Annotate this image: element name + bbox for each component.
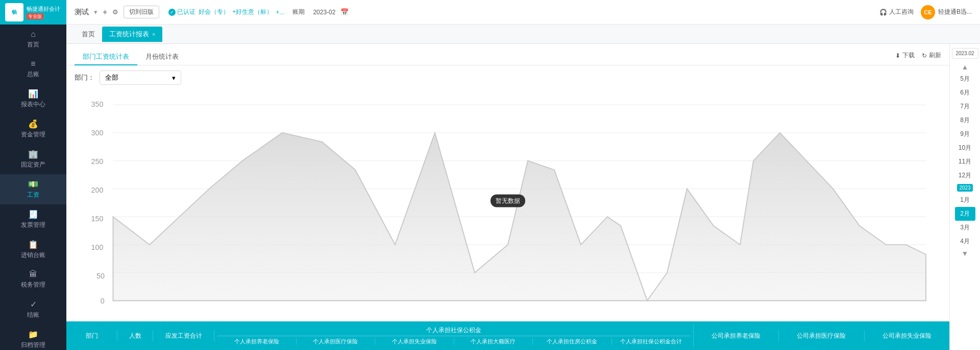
sub-tabs: 部门工资统计表 月份统计表 ⬇ 下载 ↻ 刷新: [66, 44, 949, 65]
sidebar-item-checkout[interactable]: ✓ 结账: [0, 294, 66, 324]
th-total-salary: 应发工资合计: [153, 330, 214, 342]
header-settings-button[interactable]: ⚙: [112, 8, 118, 16]
sub-tab-department-label: 部门工资统计表: [83, 53, 129, 60]
th-company-unemployment: 公司承担失业保险: [865, 330, 949, 342]
header-dropdown-arrow[interactable]: ▾: [94, 8, 97, 16]
calendar-icon[interactable]: 📅: [340, 8, 349, 16]
sidebar-item-funds[interactable]: 💰 资金管理: [0, 114, 66, 144]
th-personal-unemployment: 个人承担失业保险: [375, 338, 454, 345]
sidebar-item-invoice[interactable]: 🧾 发票管理: [0, 204, 66, 235]
headset-icon: 🎧: [879, 9, 887, 16]
tab-home[interactable]: 首页: [75, 27, 102, 42]
status-good-accounting: 好会（专）: [199, 8, 229, 16]
sub-tab-monthly[interactable]: 月份统计表: [137, 49, 187, 65]
sidebar-item-ledger-label: 总账: [27, 70, 39, 79]
sidebar-nav: ⌂ 首页 ≡ 总账 📊 报表中心 💰 资金管理 🏢 固定资产 💵 工资 🧾 发票…: [0, 25, 66, 350]
sidebar-item-reports[interactable]: 📊 报表中心: [0, 84, 66, 114]
th-company-pension: 公司承担养老保险: [694, 330, 779, 342]
sub-tab-monthly-label: 月份统计表: [145, 53, 179, 60]
th-count: 人数: [117, 330, 153, 342]
sidebar-item-invoice-label: 发票管理: [21, 221, 45, 229]
th-personal-medical: 个人承担医疗保险: [297, 338, 376, 345]
year-display: 2023.02: [955, 51, 974, 56]
month-item-11[interactable]: 11月: [950, 155, 980, 169]
switch-old-version-button[interactable]: 切到旧版: [124, 6, 159, 18]
chart-area-path: [113, 133, 926, 301]
tab-salary-report[interactable]: 工资统计报表 ×: [102, 27, 162, 42]
sidebar-item-reports-label: 报表中心: [21, 100, 45, 109]
month-item-10[interactable]: 10月: [950, 141, 980, 155]
sidebar-item-checkout-label: 结账: [27, 311, 39, 319]
table-header: 部门 人数 应发工资合计 个人承担社保公积金 个人承担养老保险: [66, 321, 949, 350]
sidebar-item-ledger[interactable]: ≡ 总账: [0, 54, 66, 84]
year-2023-section[interactable]: 2023: [957, 182, 972, 193]
sidebar-item-salary[interactable]: 💵 工资: [0, 174, 66, 204]
content-area: 部门工资统计表 月份统计表 ⬇ 下载 ↻ 刷新: [66, 44, 980, 350]
status-more: +...: [276, 9, 284, 16]
month-item-6[interactable]: 6月: [950, 86, 980, 100]
month-item-3[interactable]: 3月: [950, 221, 980, 235]
top-header: 测试 ▾ + ⚙ 切到旧版 ✓ 已认证 好会（专） +好生意（标） +... 账…: [66, 0, 980, 25]
month-item-2-active[interactable]: 2月: [955, 207, 975, 221]
download-button[interactable]: ⬇ 下载: [895, 51, 915, 60]
right-panel: 2023.02 ▲ 5月 6月 7月 8月 9月 10月 11月 12月 202…: [949, 44, 980, 350]
refresh-label: 刷新: [929, 51, 941, 60]
tab-close-button[interactable]: ×: [152, 31, 155, 37]
tab-home-label: 首页: [82, 30, 95, 38]
department-select[interactable]: 全部 ▾: [100, 71, 181, 85]
th-group-header-personal: 个人承担社保公积金: [217, 326, 690, 337]
next-year-button[interactable]: ▼: [950, 248, 980, 259]
y-label-50: 50: [96, 272, 105, 280]
main-area: 测试 ▾ + ⚙ 切到旧版 ✓ 已认证 好会（专） +好生意（标） +... 账…: [66, 0, 980, 350]
sidebar-item-assets-label: 固定资产: [21, 160, 45, 169]
logo-title: 畅捷通好会计: [27, 5, 60, 12]
header-add-button[interactable]: +: [103, 8, 107, 17]
checkout-icon: ✓: [30, 299, 37, 309]
sidebar-item-tax[interactable]: 🏛 税务管理: [0, 265, 66, 294]
y-label-250: 250: [91, 157, 104, 166]
period-value: 2023-02: [313, 9, 335, 16]
month-item-8[interactable]: 8月: [950, 113, 980, 127]
chart-area: 350 300 250 200 150 100 50 0: [66, 90, 949, 321]
header-title: 测试: [75, 8, 89, 17]
sidebar-item-archive[interactable]: 📁 归档管理: [0, 324, 66, 350]
download-label: 下载: [902, 51, 915, 60]
status-good-business: +好生意（标）: [232, 8, 273, 16]
salary-icon: 💵: [28, 179, 38, 189]
purchase-icon: 📋: [28, 240, 38, 249]
refresh-icon: ↻: [922, 52, 927, 59]
sidebar-item-home-label: 首页: [27, 40, 39, 49]
y-label-300: 300: [91, 129, 104, 137]
tabs-bar: 首页 工资统计报表 ×: [66, 25, 980, 44]
certified-dot: ✓: [168, 9, 176, 16]
th-company-medical: 公司承担医疗保险: [779, 330, 864, 342]
filter-value: 全部: [105, 73, 118, 82]
sidebar-item-home[interactable]: ⌂ 首页: [0, 25, 66, 54]
help-button[interactable]: 🎧 人工咨询: [879, 8, 914, 16]
sidebar-item-archive-label: 归档管理: [21, 341, 45, 349]
funds-icon: 💰: [28, 119, 38, 129]
sidebar-item-assets[interactable]: 🏢 固定资产: [0, 144, 66, 174]
prev-year-button[interactable]: ▲: [950, 62, 980, 72]
year-display-toggle[interactable]: 2023.02: [952, 48, 978, 59]
assets-icon: 🏢: [28, 149, 38, 159]
month-item-4[interactable]: 4月: [950, 235, 980, 248]
month-item-9[interactable]: 9月: [950, 127, 980, 141]
logo: 畅 畅捷通好会计 专业版: [0, 0, 66, 25]
month-item-1[interactable]: 1月: [950, 193, 980, 207]
th-personal-insurance-group: 个人承担社保公积金 个人承担养老保险 个人承担医疗保险 个人承担失业保险 个人承…: [214, 324, 694, 347]
month-item-5[interactable]: 5月: [950, 72, 980, 86]
refresh-button[interactable]: ↻ 刷新: [922, 51, 941, 60]
logo-badge: 专业版: [27, 13, 43, 19]
y-label-150: 150: [91, 215, 104, 223]
help-label: 人工咨询: [889, 8, 914, 16]
month-item-7[interactable]: 7月: [950, 100, 980, 113]
y-label-0: 0: [101, 297, 105, 305]
user-name[interactable]: 轻捷通B迅...: [938, 8, 972, 16]
month-item-12[interactable]: 12月: [950, 169, 980, 182]
sidebar-item-tax-label: 税务管理: [21, 281, 45, 289]
sidebar-item-purchase[interactable]: 📋 进销台账: [0, 235, 66, 265]
sidebar: 畅 畅捷通好会计 专业版 ⌂ 首页 ≡ 总账 📊 报表中心 💰 资金管理 🏢 固…: [0, 0, 66, 350]
sub-tab-department[interactable]: 部门工资统计表: [75, 49, 137, 65]
filter-label: 部门：: [75, 73, 94, 82]
